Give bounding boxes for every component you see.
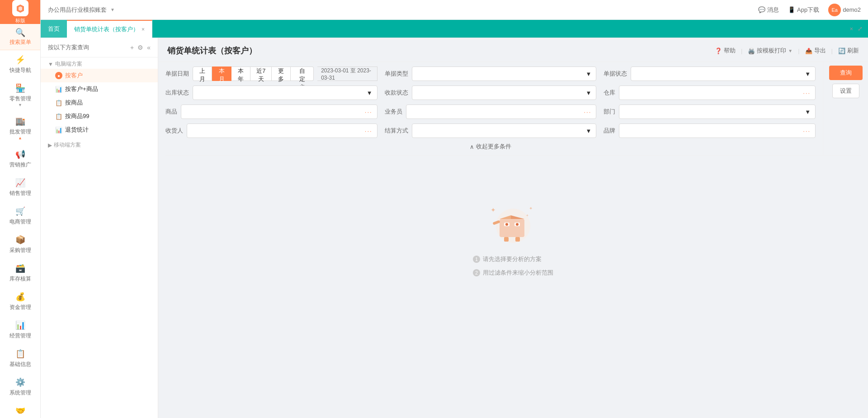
query-panel: 查询 设置 xyxy=(823,62,868,155)
desktop-scheme-group[interactable]: ▼ 电脑端方案 xyxy=(41,57,158,69)
sidebar-item-quicknav[interactable]: ⚡ 快捷导航 xyxy=(0,50,41,79)
filter-and-content: 销货单统计表（按客户） ❓ 帮助 | 🖨️ 按模板打印 ▼ | 📤 xyxy=(158,38,868,418)
sidebar-item-basic[interactable]: 📋 基础信息 xyxy=(0,344,41,373)
window-close-icon[interactable]: × xyxy=(849,25,853,32)
sidebar-item-business[interactable]: 📊 经营管理 xyxy=(0,316,41,344)
breadcrumb-text: 办公用品行业模拟账套 xyxy=(48,6,107,14)
refresh-label: 刷新 xyxy=(847,47,859,55)
sidebar-item-purchase[interactable]: 📦 采购管理 xyxy=(0,230,41,259)
salesperson-input[interactable]: ··· xyxy=(406,104,597,119)
warehouse-input[interactable]: ··· xyxy=(619,86,816,100)
collection-status-input[interactable]: ▼ xyxy=(412,86,597,100)
quicknav-label: 快捷导航 xyxy=(9,66,31,74)
print-icon: 🖨️ xyxy=(748,48,755,54)
svg-rect-6 xyxy=(504,237,509,242)
help-button[interactable]: ❓ 帮助 xyxy=(715,47,736,55)
date-btn-current-month[interactable]: 本月 xyxy=(212,66,231,81)
out-status-input[interactable]: ▼ xyxy=(193,86,377,100)
tip-num-1: 1 xyxy=(473,256,480,263)
sidebar-item-search[interactable]: 🔍 帮助 搜索菜单 xyxy=(0,24,41,50)
salesperson-label: 业务员 xyxy=(385,108,402,116)
active-scheme-dot: ● xyxy=(55,72,62,79)
filter-recipient: 收货人 ··· xyxy=(165,124,377,138)
filter-brand: 品牌 ··· xyxy=(604,124,816,138)
goods-dots-icon: ··· xyxy=(365,109,373,115)
scheme-item-return[interactable]: 📊 退货统计 xyxy=(41,123,158,137)
top-header: 办公用品行业模拟账套 ▼ 💬 消息 📱 App下载 Ea demo2 xyxy=(41,0,868,20)
tab-home[interactable]: 首页 xyxy=(41,20,67,38)
wholesale-label: 批发管理 xyxy=(9,128,31,136)
scheme-icon-1: 📊 xyxy=(55,86,62,93)
mobile-expand-icon: ▶ xyxy=(48,142,52,148)
settings-button[interactable]: 设置 xyxy=(832,84,859,98)
app-download-button[interactable]: 📱 App下载 xyxy=(788,6,819,14)
doc-status-input[interactable]: ▼ xyxy=(631,66,816,81)
sidebar-item-inventory[interactable]: 🗃️ 库存核算 xyxy=(0,259,41,287)
query-button[interactable]: 查询 xyxy=(829,66,863,80)
sales-icon: 📈 xyxy=(15,178,25,188)
goods-input[interactable]: ··· xyxy=(181,104,377,119)
print-button[interactable]: 🖨️ 按模板打印 ▼ xyxy=(748,47,793,55)
brand-input[interactable]: ··· xyxy=(619,124,816,138)
export-button[interactable]: 📤 导出 xyxy=(805,47,826,55)
scheme-item-customer[interactable]: ● 按客户 xyxy=(41,69,158,82)
scheme-label-2: 按商品 xyxy=(65,99,83,107)
sidebar-item-finance[interactable]: 💰 资金管理 xyxy=(0,287,41,316)
scheme-item-goods99[interactable]: 📋 按商品99 xyxy=(41,109,158,123)
help-label: 帮助 xyxy=(724,47,736,55)
date-btn-custom[interactable]: 自定义 xyxy=(291,66,314,81)
recipient-input[interactable]: ··· xyxy=(187,124,377,138)
collapse-panel-button[interactable]: « xyxy=(147,44,151,51)
tab-window-controls: × ⤢ xyxy=(844,25,868,32)
basic-label: 基础信息 xyxy=(9,361,31,368)
sidebar-item-enterprise[interactable]: 🤝 企业协同 xyxy=(0,401,41,418)
sales-label: 销售管理 xyxy=(9,190,31,197)
logo[interactable]: 标版 xyxy=(0,0,41,24)
sidebar-item-system[interactable]: ⚙️ 系统管理 xyxy=(0,373,41,401)
filter-row-4: 收货人 ··· 结算方式 ▼ xyxy=(158,119,823,138)
user-menu[interactable]: Ea demo2 xyxy=(828,4,861,16)
doc-type-input[interactable]: ▼ xyxy=(412,66,597,81)
sidebar-item-sales[interactable]: 📈 销售管理 xyxy=(0,173,41,202)
left-scheme-panel: 按以下方案查询 + ⚙ « ▼ 电脑端方案 ● 按客户 📊 按客户+商品 xyxy=(41,38,158,418)
doc-status-label: 单据状态 xyxy=(604,70,627,78)
brand-label: 品牌 xyxy=(604,127,615,135)
refresh-button[interactable]: 🔄 刷新 xyxy=(838,47,859,55)
date-btn-more[interactable]: 更多 xyxy=(272,66,291,81)
department-label: 部门 xyxy=(604,108,615,116)
add-scheme-button[interactable]: + xyxy=(130,44,134,51)
sidebar: 标版 🔍 帮助 搜索菜单 ⚡ 快捷导航 🏪 零售管理 ▼ 🏬 批发管理 ▲ 📢 … xyxy=(0,0,41,418)
tab-close-icon[interactable]: × xyxy=(142,26,145,33)
department-input[interactable]: ▼ xyxy=(619,104,816,119)
scheme-label-4: 退货统计 xyxy=(65,126,89,134)
quicknav-icon: ⚡ xyxy=(15,55,25,65)
filter-row-3: 商品 ··· 业务员 ··· xyxy=(158,100,823,119)
breadcrumb-dropdown-icon[interactable]: ▼ xyxy=(110,7,115,12)
doc-status-arrow-icon: ▼ xyxy=(805,71,811,77)
print-label: 按模板打印 xyxy=(757,47,786,55)
scheme-icon-4: 📊 xyxy=(55,127,62,133)
date-btn-current-year[interactable]: 本年 xyxy=(231,66,250,81)
mobile-scheme-group[interactable]: ▶ 移动端方案 xyxy=(41,138,158,150)
settlement-input[interactable]: ▼ xyxy=(412,124,597,138)
collapse-bar[interactable]: ∧ 收起更多条件 xyxy=(158,138,823,155)
recipient-label: 收货人 xyxy=(165,127,183,135)
page-title: 销货单统计表（按客户） xyxy=(167,45,257,56)
message-button[interactable]: 💬 消息 xyxy=(758,6,779,14)
tip-text-1: 请先选择要分析的方案 xyxy=(483,253,542,265)
date-btn-7days[interactable]: 近7天 xyxy=(250,66,272,81)
scheme-item-customer-goods[interactable]: 📊 按客户+商品 xyxy=(41,82,158,96)
sidebar-item-retail[interactable]: 🏪 零售管理 ▼ xyxy=(0,79,41,112)
sidebar-item-wholesale[interactable]: 🏬 批发管理 ▲ xyxy=(0,112,41,145)
scheme-item-goods[interactable]: 📋 按商品 xyxy=(41,96,158,109)
settings-scheme-button[interactable]: ⚙ xyxy=(137,44,143,51)
window-maximize-icon[interactable]: ⤢ xyxy=(858,25,863,32)
sidebar-item-ecommerce[interactable]: 🛒 电商管理 xyxy=(0,202,41,230)
svg-rect-1 xyxy=(500,219,524,237)
scheme-icon-2: 📋 xyxy=(55,100,62,106)
basic-icon: 📋 xyxy=(15,349,25,359)
date-btn-last-month[interactable]: 上月 xyxy=(193,66,212,81)
sidebar-item-marketing[interactable]: 📢 营销推广 xyxy=(0,145,41,173)
refresh-icon: 🔄 xyxy=(838,48,845,54)
tab-active[interactable]: 销货单统计表（按客户） × xyxy=(67,20,152,38)
